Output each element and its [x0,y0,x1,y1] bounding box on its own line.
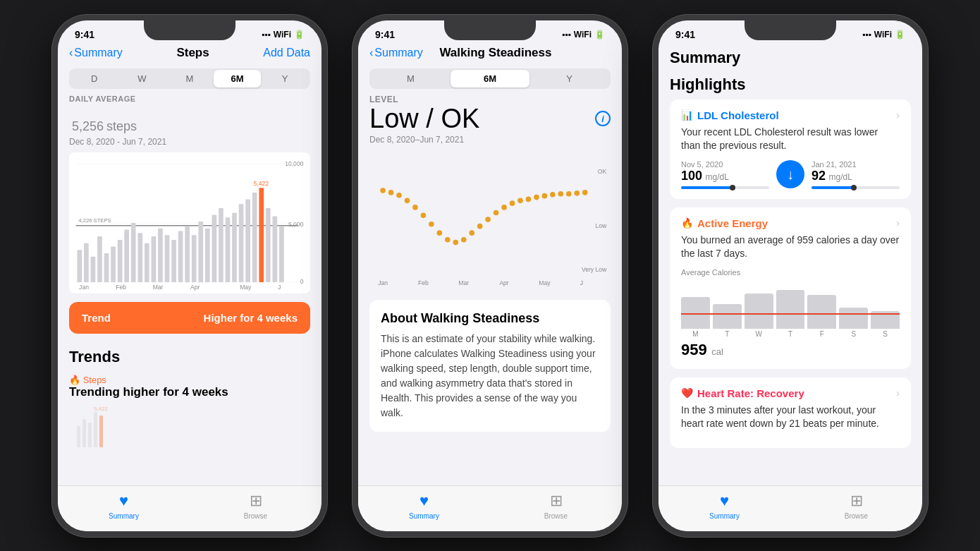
segment-d[interactable]: D [71,70,118,87]
svg-rect-28 [212,214,217,282]
svg-rect-10 [91,257,96,282]
svg-rect-29 [219,208,223,282]
signal-icon-3: ▪▪▪ [862,30,871,40]
svg-text:Feb: Feb [418,279,429,286]
svg-text:Jan: Jan [378,279,388,286]
status-time-3: 9:41 [675,29,695,40]
cal-day-w: W [745,330,773,338]
steps-chart: 10,000 5,000 0 4,226 STEPS [69,152,310,293]
cal-day-t1: T [713,330,742,338]
ws-date-range: Dec 8, 2020–Jun 7, 2021 [358,133,622,150]
svg-rect-49 [94,412,97,447]
tab-browse-label-2: Browse [544,512,568,520]
phone-3: 9:41 ▪▪▪ WiFi 🔋 Summary Highlights 📊 LDL… [653,15,928,537]
trend-button[interactable]: Trend Higher for 4 weeks [69,302,310,334]
svg-text:Mar: Mar [458,279,469,286]
svg-point-80 [582,190,588,195]
svg-rect-11 [97,236,102,282]
svg-rect-37 [266,208,271,282]
about-text: This is an estimate of your stability wh… [381,332,599,420]
heart-icon-1: ♥ [119,492,128,510]
svg-text:Jan: Jan [79,284,89,291]
tab-summary-2[interactable]: ♥ Summary [358,492,490,520]
tab-summary-3[interactable]: ♥ Summary [659,492,790,520]
tab-summary-1[interactable]: ♥ Summary [58,492,190,520]
cal-day-m: M [681,330,710,338]
svg-point-64 [453,240,458,246]
summary-header: Summary [659,43,922,73]
steps-fire-icon: 🔥 [69,375,80,385]
notch-1 [144,20,235,40]
wifi-icon-3: WiFi [874,30,892,40]
chol-bar-fill-2 [811,186,856,189]
segment-m-2[interactable]: M [371,70,451,87]
tab-bar-2: ♥ Summary ⊞ Browse [358,485,622,531]
ldl-card[interactable]: 📊 LDL Cholesterol › Your recent LDL Chol… [670,99,911,199]
segment-m[interactable]: M [166,70,214,87]
segment-control-1: D W M 6M Y [69,68,310,89]
nav-bar-1: ‹ Summary Steps Add Data [58,43,321,66]
svg-rect-47 [82,419,86,447]
cal-day-t2: T [776,330,805,338]
cal-value-row: 959 cal [681,341,900,359]
cal-bar-6 [839,308,868,329]
ldl-chevron: › [896,109,900,121]
svg-point-56 [388,190,394,195]
content-2: LEVEL Low / OK i Dec 8, 2020–Jun 7, 2021… [358,95,622,485]
svg-text:Apr: Apr [499,279,508,286]
signal-icon: ▪▪▪ [262,30,271,40]
heart-rate-header: ❤️ Heart Rate: Recovery › [681,387,900,399]
segment-w[interactable]: W [118,70,166,87]
grid-icon-1: ⊞ [250,492,262,510]
svg-rect-30 [226,217,231,282]
cal-reference-line [681,313,900,315]
ws-chart: OK Low Very Low [369,150,611,291]
svg-text:J: J [278,284,281,291]
svg-text:4,226 STEPS: 4,226 STEPS [78,217,111,224]
svg-rect-8 [77,250,82,282]
svg-point-70 [501,205,507,210]
svg-point-73 [526,197,532,202]
heart-rate-card[interactable]: ❤️ Heart Rate: Recovery › In the 3 minut… [670,377,911,448]
svg-rect-34 [252,193,257,282]
about-title: About Walking Steadiness [381,311,599,326]
svg-rect-24 [185,226,190,282]
active-energy-title: Active Energy [697,217,768,229]
svg-point-78 [566,191,572,197]
svg-rect-21 [165,235,170,282]
cal-chart-label: Average Calories [681,268,900,277]
tab-bar-1: ♥ Summary ⊞ Browse [58,485,321,531]
active-energy-card[interactable]: 🔥 Active Energy › You burned an average … [670,207,911,369]
add-data-button[interactable]: Add Data [263,47,310,59]
svg-rect-17 [137,233,142,282]
back-button-2[interactable]: ‹ Summary [369,47,423,59]
segment-6m[interactable]: 6M [214,70,262,87]
heart-icon-2: ♥ [419,492,429,510]
svg-rect-35 [259,188,264,282]
tab-browse-1[interactable]: ⊞ Browse [190,492,321,520]
svg-rect-33 [245,199,250,282]
battery-icon-2: 🔋 [594,30,605,40]
cal-unit: cal [711,346,723,357]
cal-day-f: F [807,330,836,338]
segment-6m-2[interactable]: 6M [451,70,530,87]
phones-container: 9:41 ▪▪▪ WiFi 🔋 ‹ Summary Steps Add Data… [38,1,942,551]
trend-label: Trend [82,312,111,324]
svg-rect-9 [84,243,89,282]
chol-item-2: Jan 21, 2021 92 mg/dL [811,160,900,189]
cal-bar-2 [713,304,742,329]
back-button-1[interactable]: ‹ Summary [69,47,123,59]
cal-bar-5 [807,295,836,329]
cal-day-s1: S [839,330,868,338]
svg-point-74 [534,195,539,200]
tab-browse-2[interactable]: ⊞ Browse [490,492,622,520]
tab-summary-label-3: Summary [709,512,740,520]
daily-avg-label: DAILY AVERAGE [58,95,321,103]
segment-y-2[interactable]: Y [529,70,609,87]
info-icon[interactable]: i [595,111,611,126]
ldl-title: LDL Cholesterol [697,109,779,121]
status-time-2: 9:41 [375,29,395,40]
tab-browse-3[interactable]: ⊞ Browse [790,492,922,520]
svg-text:May: May [539,279,551,286]
segment-y[interactable]: Y [261,70,309,87]
